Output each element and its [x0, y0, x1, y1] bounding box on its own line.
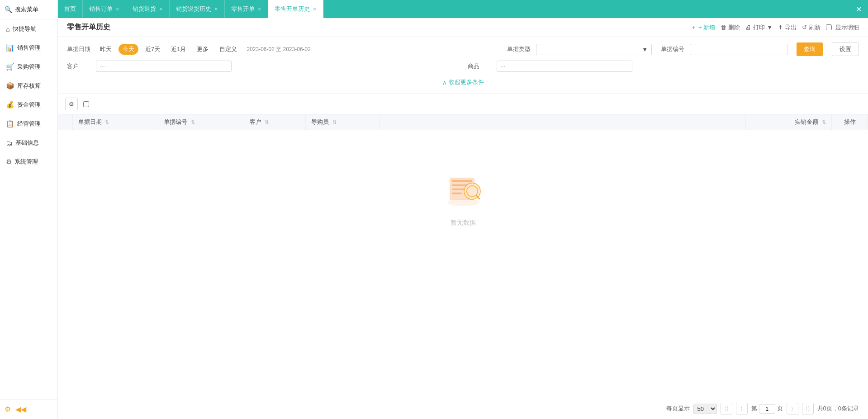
- search-menu-item[interactable]: 🔍 搜索菜单: [0, 0, 57, 19]
- pagination-total: 共0页，0条记录: [817, 405, 859, 413]
- page-indicator: 第 页: [751, 404, 783, 414]
- delete-button[interactable]: 🗑 删除: [721, 24, 740, 32]
- tab-label: 销货退货历史: [176, 5, 211, 13]
- sidebar-item-operations[interactable]: 📋 经营管理: [0, 114, 57, 133]
- table-header-row: 单据日期 ⇅ 单据编号 ⇅ 客户 ⇅: [58, 114, 868, 130]
- tab-retail-open-history[interactable]: 零售开单历史 ✕: [268, 0, 323, 18]
- info-icon: 🗂: [6, 139, 13, 147]
- goods-select[interactable]: ···: [497, 61, 632, 72]
- tab-label: 首页: [64, 5, 76, 13]
- tab-close-icon[interactable]: ✕: [313, 6, 317, 12]
- search-icon: 🔍: [5, 6, 12, 13]
- sidebar-item-label: 经营管理: [17, 120, 41, 128]
- date-btn-yesterday[interactable]: 昨天: [96, 44, 116, 55]
- delete-icon: 🗑: [721, 24, 726, 31]
- display-cols-label: 显示明细: [835, 24, 859, 32]
- sidebar-item-purchase-mgmt[interactable]: 🛒 采购管理: [0, 57, 57, 76]
- th-amount[interactable]: 实销金额 ⇅: [746, 114, 832, 130]
- customer-label: 客户: [67, 62, 92, 71]
- settings-icon[interactable]: ⚙: [5, 405, 11, 414]
- svg-rect-2: [452, 180, 472, 182]
- sidebar: 🔍 搜索菜单 ⌂ 快捷导航 📊 销售管理 🛒 采购管理 📦 库存核算 💰 资金管…: [0, 0, 58, 419]
- add-icon: ＋: [691, 24, 697, 32]
- query-button[interactable]: 查询: [797, 42, 823, 56]
- date-btn-custom[interactable]: 自定义: [215, 44, 241, 55]
- sort-icon: ⇅: [332, 119, 337, 125]
- display-cols-checkbox[interactable]: [826, 24, 832, 30]
- next-page-btn[interactable]: ⟩: [787, 403, 798, 414]
- tab-sales-return-history[interactable]: 销货退货历史 ✕: [170, 0, 225, 18]
- tab-close-icon[interactable]: ✕: [214, 6, 218, 12]
- date-btn-1month[interactable]: 近1月: [167, 44, 190, 55]
- select-all-checkbox[interactable]: [83, 101, 89, 107]
- page-label: 第: [751, 405, 757, 413]
- cart-icon: 🛒: [6, 63, 14, 71]
- doc-no-input[interactable]: [690, 44, 787, 55]
- empty-state: 暂无数据: [58, 130, 868, 245]
- tab-retail-open[interactable]: 零售开单 ✕: [225, 0, 268, 18]
- empty-illustration: [441, 166, 486, 212]
- settings-button[interactable]: 设置: [832, 42, 859, 56]
- first-page-btn[interactable]: ⟨⟨: [721, 403, 732, 414]
- last-page-btn[interactable]: ⟩⟩: [802, 403, 814, 414]
- delete-label: 删除: [728, 24, 740, 32]
- print-dropdown-icon: ▼: [767, 24, 773, 31]
- tab-close-icon[interactable]: ✕: [257, 6, 261, 12]
- table-toolbar: ⚙: [58, 94, 868, 114]
- chevron-up-icon: ∧: [442, 79, 447, 86]
- display-cols-button[interactable]: 显示明细: [826, 24, 859, 32]
- add-button[interactable]: ＋ + 新增: [691, 24, 715, 32]
- sidebar-item-quick-nav[interactable]: ⌂ 快捷导航: [0, 19, 57, 38]
- sidebar-item-sys-mgmt[interactable]: ⚙ 系统管理: [0, 152, 57, 171]
- prev-page-btn[interactable]: ⟨: [736, 403, 748, 414]
- filter-row-1: 单据日期 昨天 今天 近7天 近1月 更多 自定义 2023-06-02 至 2…: [67, 42, 859, 56]
- sidebar-item-sales-mgmt[interactable]: 📊 销售管理: [0, 38, 57, 57]
- empty-text: 暂无数据: [451, 219, 476, 227]
- collapse-more-btn[interactable]: ∧ 收起更多条件: [67, 76, 859, 88]
- date-buttons: 昨天 今天 近7天 近1月 更多 自定义: [96, 44, 241, 55]
- export-button[interactable]: ⬆ 导出: [778, 24, 797, 32]
- tab-sales-return[interactable]: 销货退货 ✕: [126, 0, 170, 18]
- sort-icon: ⇅: [105, 119, 109, 125]
- date-btn-more[interactable]: 更多: [193, 44, 213, 55]
- th-date[interactable]: 单据日期 ⇅: [72, 114, 158, 130]
- tab-label: 销货退货: [133, 5, 156, 13]
- print-button[interactable]: 🖨 打印 ▼: [745, 24, 773, 32]
- goods-label: 商品: [468, 62, 493, 71]
- sidebar-item-finance[interactable]: 💰 资金管理: [0, 95, 57, 114]
- per-page-label: 每页显示: [666, 405, 690, 413]
- tab-label: 零售开单历史: [275, 5, 310, 13]
- sidebar-item-label: 系统管理: [14, 158, 38, 166]
- th-salesperson[interactable]: 导购员 ⇅: [306, 114, 379, 130]
- tab-sales-order[interactable]: 销售订单 ✕: [83, 0, 126, 18]
- chevron-down-icon: ▼: [642, 46, 648, 53]
- col-date-label: 单据日期: [78, 118, 102, 125]
- sidebar-item-inventory[interactable]: 📦 库存核算: [0, 76, 57, 95]
- table-area: ⚙ 单据日期 ⇅ 单据编号 ⇅: [58, 94, 868, 398]
- page-suffix: 页: [777, 405, 783, 413]
- sidebar-item-label: 销售管理: [17, 44, 41, 52]
- chart-icon: 📊: [6, 44, 14, 52]
- th-customer[interactable]: 客户 ⇅: [244, 114, 306, 130]
- sort-icon: ⇅: [191, 119, 195, 125]
- collapse-sidebar-icon[interactable]: ◀◀: [15, 405, 26, 414]
- tab-close-icon[interactable]: ✕: [115, 6, 119, 12]
- doc-type-select[interactable]: ▼: [536, 44, 652, 55]
- export-label: 导出: [785, 24, 797, 32]
- tab-close-icon[interactable]: ✕: [159, 6, 163, 12]
- col-amount-label: 实销金额: [795, 118, 818, 125]
- per-page-select[interactable]: 50 10 20 100: [693, 404, 717, 414]
- main-area: 首页 销售订单 ✕ 销货退货 ✕ 销货退货历史 ✕ 零售开单 ✕ 零售开单历史 …: [58, 0, 868, 419]
- customer-select[interactable]: ···: [96, 61, 232, 72]
- svg-rect-3: [452, 184, 468, 186]
- page-input[interactable]: [759, 404, 775, 414]
- refresh-button[interactable]: ↺ 刷新: [802, 24, 821, 32]
- pagination: 每页显示 50 10 20 100 ⟨⟨ ⟨ 第 页 ⟩ ⟩⟩ 共0页，0条记录: [58, 398, 868, 419]
- tab-home[interactable]: 首页: [58, 0, 83, 18]
- th-no[interactable]: 单据编号 ⇅: [158, 114, 244, 130]
- date-btn-7days[interactable]: 近7天: [141, 44, 164, 55]
- table-settings-icon[interactable]: ⚙: [65, 98, 78, 110]
- sidebar-item-basic-info[interactable]: 🗂 基础信息: [0, 133, 57, 152]
- close-all-tabs-btn[interactable]: ✕: [849, 5, 868, 14]
- date-btn-today[interactable]: 今天: [119, 44, 138, 55]
